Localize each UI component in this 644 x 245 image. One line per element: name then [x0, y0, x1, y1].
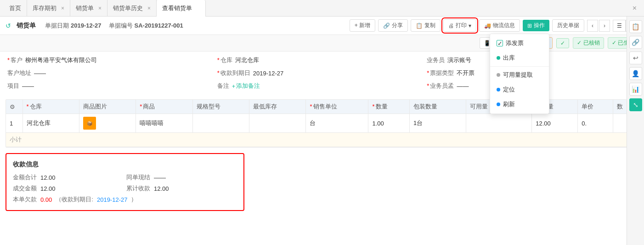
current-due-label: 本单欠款: [13, 195, 37, 204]
history-button[interactable]: 历史单据: [552, 19, 584, 32]
available-extract-item[interactable]: 可用量提取: [490, 68, 549, 82]
payment-date-value: 2019-12-27: [253, 70, 284, 77]
copy-icon: 📋: [416, 23, 423, 29]
same-order-label: 同单现结: [126, 173, 150, 182]
row-image: 📦: [79, 114, 136, 133]
prev-arrow[interactable]: ‹: [587, 20, 598, 32]
sidebar-chart-icon[interactable]: 📊: [629, 83, 642, 96]
tab-inventory[interactable]: 库存期初 ×: [27, 0, 70, 17]
tab-home[interactable]: 首页: [4, 0, 27, 17]
note-field: 备注 + 添加备注: [217, 82, 427, 90]
logistics-button[interactable]: 🚚 物流信息: [479, 19, 520, 32]
check-icon-btn[interactable]: ✓: [556, 38, 569, 48]
print-dropdown-arrow: ▾: [469, 23, 471, 29]
product-image: 📦: [83, 117, 96, 130]
effect-check-icon: ✓: [612, 40, 616, 46]
row-available: [466, 114, 532, 133]
locate-dot: [497, 88, 500, 91]
address-value: ——: [34, 70, 46, 77]
locate-item[interactable]: 定位: [490, 82, 549, 97]
number-value: SA-20191227-001: [135, 22, 183, 29]
sidebar-expand-icon[interactable]: ⤡: [629, 98, 642, 111]
current-due-value: 0.00: [40, 196, 52, 203]
verified-check-icon: ✓: [577, 40, 582, 46]
doc-icon: ↺: [6, 22, 11, 29]
current-due-item: 本单欠款 0.00 （收款到期日: 2019-12-27 ）: [13, 195, 237, 204]
main-content: ↺ 销货单 单据日期 2019-12-27 单据编号 SA-20191227-0…: [0, 17, 644, 245]
check-icon: ✓: [560, 40, 565, 46]
col-unit-price-header: 单价: [578, 100, 613, 114]
share-icon: 🔗: [383, 23, 390, 29]
date-value: 2019-12-27: [71, 22, 102, 29]
next-arrow[interactable]: ›: [599, 20, 610, 32]
row-sales-unit: 台: [306, 114, 368, 133]
operate-dropdown: ✓ 添发票 出库 可用量提取: [490, 34, 549, 114]
header-bar: ↺ 销货单 单据日期 2019-12-27 单据编号 SA-20191227-0…: [0, 17, 644, 35]
subtotal-label: 小计: [6, 133, 638, 147]
tab-sales[interactable]: 销货单 ×: [70, 0, 107, 17]
print-icon: 🖨: [448, 23, 454, 29]
project-value: ——: [22, 83, 34, 90]
col-min-stock-header: 最低库存: [249, 100, 306, 114]
share-button[interactable]: 🔗 分享: [378, 19, 408, 32]
row-min-stock: [249, 114, 306, 133]
cumulative-label: 累计收款: [126, 184, 150, 193]
row-pack-qty: 1台: [410, 114, 466, 133]
col-image-header: 商品图片: [79, 100, 136, 114]
sidebar-copy-icon[interactable]: 📋: [629, 20, 642, 33]
close-inventory-tab[interactable]: ×: [61, 5, 64, 11]
new-button[interactable]: + 新增: [350, 19, 375, 32]
available-icon: [497, 73, 500, 77]
address-field: 客户地址 ——: [7, 69, 217, 77]
plus-icon: +: [232, 83, 236, 90]
refresh-item[interactable]: 刷新: [490, 97, 549, 112]
operate-grid-icon: ⊞: [527, 23, 532, 29]
app-close-button[interactable]: ×: [629, 4, 640, 12]
ticket-type-value: 不开票: [457, 69, 475, 77]
col-sales-unit-header: *销售单位: [306, 100, 368, 114]
header-meta: 单据日期 2019-12-27 单据编号 SA-20191227-001: [45, 22, 183, 30]
sidebar-user-icon[interactable]: 👤: [629, 67, 642, 80]
out-stock-dot: [497, 56, 500, 60]
payment-date-field: *收款到期日 2019-12-27: [217, 69, 427, 77]
col-warehouse-header: *仓库: [23, 100, 79, 114]
date-label: 单据日期 2019-12-27: [45, 22, 102, 30]
close-sales-tab[interactable]: ×: [98, 5, 102, 11]
close-sales-history-tab[interactable]: ×: [147, 5, 151, 11]
menu-divider: [490, 66, 549, 67]
customer-value: 柳州粤港平安气体有限公司: [25, 56, 97, 64]
invoice-icon: ✓: [497, 40, 503, 46]
row-product: 嘻嘻嘻嘻: [136, 114, 192, 133]
table-row: 1 河北仓库 📦 嘻嘻嘻嘻 台 1.00 1台: [6, 114, 638, 133]
add-note-button[interactable]: + 添加备注: [232, 82, 260, 90]
col-pack-qty-header: 包装数量: [410, 100, 466, 114]
row-warehouse: 河北仓库: [23, 114, 79, 133]
print-wrapper: 🖨 打印 ▾: [443, 19, 476, 32]
add-invoice-item[interactable]: ✓ 添发票: [490, 36, 549, 51]
number-label: 单据编号 SA-20191227-001: [109, 22, 183, 30]
copy-button[interactable]: 📋 复制: [411, 19, 441, 32]
warehouse-value: 河北仓库: [235, 56, 259, 64]
settings-icon[interactable]: ⚙: [10, 103, 15, 110]
out-stock-item[interactable]: 出库: [490, 51, 549, 65]
row-unit-price: 0.: [578, 114, 613, 133]
sidebar-link-icon[interactable]: 🔗: [629, 36, 642, 49]
tab-view-sales[interactable]: 查看销货单 ×: [157, 0, 206, 17]
col-settings-header[interactable]: ⚙: [6, 100, 23, 114]
payment-info-section: 收款信息 金额合计 12.00 同单现结 —— 成交金额 12.00: [6, 153, 244, 211]
employee-value: 演示账号: [447, 56, 471, 64]
operate-button[interactable]: ⊞ 操作: [523, 20, 549, 31]
total-amount-value: 12.00: [40, 174, 56, 181]
doc-title: 销货单: [17, 22, 36, 30]
payment-info-title: 收款信息: [13, 160, 237, 169]
warehouse-field: *仓库 河北仓库: [217, 56, 427, 64]
list-view-btn[interactable]: ☰: [613, 20, 626, 32]
operate-wrapper: ⊞ 操作 ✓ 添发票 出库: [523, 20, 549, 31]
app-container: 首页 库存期初 × 销货单 × 销货单历史 × 查看销货单 × × ↺ 销货单: [0, 0, 644, 245]
sidebar-return-icon[interactable]: ↩: [629, 51, 642, 64]
nav-arrows: ‹ ›: [587, 20, 610, 32]
print-button[interactable]: 🖨 打印 ▾: [443, 19, 476, 32]
tab-sales-history[interactable]: 销货单历史 ×: [107, 0, 157, 17]
close-view-sales-tab[interactable]: ×: [197, 5, 200, 11]
same-order-item: 同单现结 ——: [126, 173, 237, 182]
